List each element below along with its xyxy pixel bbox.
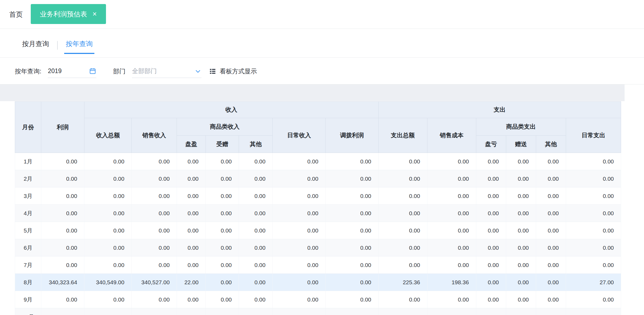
value-cell: 0.00 <box>239 153 273 170</box>
year-input[interactable]: 2019 <box>48 64 96 78</box>
board-display-toggle[interactable]: 看板方式显示 <box>209 67 257 76</box>
table-row[interactable]: 4月0.000.000.000.000.000.000.000.000.000.… <box>15 205 621 222</box>
year-value: 2019 <box>48 67 61 75</box>
value-cell: 0.00 <box>378 170 427 187</box>
month-cell: 2月 <box>15 170 41 187</box>
value-cell: 0.00 <box>536 222 566 239</box>
background-band <box>0 84 625 101</box>
value-cell: 0.00 <box>239 187 273 205</box>
chevron-down-icon[interactable] <box>194 68 201 75</box>
value-cell: 0.00 <box>476 170 506 187</box>
value-cell: 0.00 <box>506 222 536 239</box>
header-surplus: 盘盈 <box>177 136 206 153</box>
value-cell: 0.00 <box>239 205 273 222</box>
value-cell: 0.00 <box>206 256 239 274</box>
value-cell: 0.00 <box>536 308 566 315</box>
month-cell: 4月 <box>15 205 41 222</box>
value-cell: 0.00 <box>476 205 506 222</box>
value-cell: 340,323.64 <box>41 274 84 291</box>
subtab-month-query[interactable]: 按月查询 <box>20 36 51 54</box>
value-cell: 0.00 <box>506 205 536 222</box>
month-cell: 9月 <box>15 291 41 308</box>
value-cell: 0.00 <box>177 205 206 222</box>
table-row[interactable]: 1月0.000.000.000.000.000.000.000.000.000.… <box>15 153 621 170</box>
subtab-year-query[interactable]: 按年查询 <box>64 36 94 54</box>
value-cell: 0.00 <box>177 291 206 308</box>
value-cell: 0.00 <box>206 222 239 239</box>
value-cell: 150,805.55 <box>427 308 476 315</box>
value-cell: 0.00 <box>566 153 621 170</box>
value-cell: 0.00 <box>326 256 378 274</box>
tab-active[interactable]: 业务利润预估表 × <box>31 4 106 24</box>
value-cell: 0.00 <box>476 274 506 291</box>
table-row[interactable]: 7月0.000.000.000.000.000.000.000.000.000.… <box>15 256 621 274</box>
value-cell: 0.00 <box>566 308 621 315</box>
value-cell: 0.00 <box>378 291 427 308</box>
month-cell: 7月 <box>15 256 41 274</box>
subtab-bar: 按月查询 按年查询 <box>20 36 94 54</box>
value-cell: 0.00 <box>206 205 239 222</box>
board-toggle-label: 看板方式显示 <box>220 67 257 76</box>
value-cell: 0.00 <box>378 222 427 239</box>
header-transfer-profit: 调拨利润 <box>326 118 378 153</box>
value-cell: 0.00 <box>239 222 273 239</box>
value-cell: 0.00 <box>273 256 326 274</box>
value-cell: 0.00 <box>177 222 206 239</box>
header-income-group: 收入 <box>84 102 378 118</box>
value-cell: 0.00 <box>476 187 506 205</box>
table-row[interactable]: 9月0.000.000.000.000.000.000.000.000.000.… <box>15 291 621 308</box>
value-cell: 0.00 <box>177 187 206 205</box>
tab-home[interactable]: 首页 <box>9 0 23 29</box>
table-row[interactable]: 5月0.000.000.000.000.000.000.000.000.000.… <box>15 222 621 239</box>
value-cell: 0.00 <box>506 274 536 291</box>
value-cell: 0.00 <box>84 205 132 222</box>
table-header: 月份 利润 收入 支出 收入总额 销售收入 商品类收入 日常收入 调拨利润 支出… <box>15 102 621 153</box>
profit-table: 月份 利润 收入 支出 收入总额 销售收入 商品类收入 日常收入 调拨利润 支出… <box>15 101 621 315</box>
header-goods-expense-group: 商品类支出 <box>476 118 566 136</box>
table-row[interactable]: 10月0.45150,806.00150,806.000.000.000.000… <box>15 308 621 315</box>
value-cell: 0.00 <box>427 205 476 222</box>
value-cell: 0.00 <box>378 187 427 205</box>
value-cell: 0.00 <box>326 308 378 315</box>
value-cell: 0.00 <box>84 187 132 205</box>
value-cell: 0.00 <box>536 239 566 256</box>
value-cell: 0.00 <box>239 239 273 256</box>
value-cell: 0.00 <box>566 222 621 239</box>
value-cell: 0.00 <box>41 222 84 239</box>
value-cell: 0.00 <box>378 153 427 170</box>
value-cell: 0.00 <box>566 291 621 308</box>
header-expense-total: 支出总额 <box>378 118 427 153</box>
table-row[interactable]: 6月0.000.000.000.000.000.000.000.000.000.… <box>15 239 621 256</box>
month-cell: 8月 <box>15 274 41 291</box>
value-cell: 0.00 <box>239 308 273 315</box>
value-cell: 0.00 <box>273 170 326 187</box>
month-cell: 3月 <box>15 187 41 205</box>
calendar-icon[interactable] <box>89 67 96 75</box>
value-cell: 0.00 <box>536 274 566 291</box>
value-cell: 0.00 <box>566 239 621 256</box>
table-row[interactable]: 3月0.000.000.000.000.000.000.000.000.000.… <box>15 187 621 205</box>
value-cell: 0.00 <box>476 153 506 170</box>
value-cell: 0.00 <box>506 153 536 170</box>
value-cell: 0.00 <box>326 274 378 291</box>
value-cell: 0.00 <box>378 256 427 274</box>
value-cell: 0.00 <box>326 291 378 308</box>
value-cell: 0.00 <box>206 170 239 187</box>
value-cell: 0.00 <box>378 205 427 222</box>
value-cell: 22.00 <box>177 274 206 291</box>
header-donated: 受赠 <box>206 136 239 153</box>
value-cell: 0.00 <box>132 205 177 222</box>
value-cell: 0.00 <box>273 187 326 205</box>
value-cell: 0.00 <box>326 205 378 222</box>
value-cell: 0.00 <box>206 308 239 315</box>
value-cell: 0.00 <box>206 274 239 291</box>
table-row[interactable]: 2月0.000.000.000.000.000.000.000.000.000.… <box>15 170 621 187</box>
value-cell: 0.00 <box>239 291 273 308</box>
value-cell: 0.00 <box>476 291 506 308</box>
department-select[interactable]: 全部部门 <box>132 64 201 78</box>
table-row[interactable]: 8月340,323.64340,549.00340,527.0022.000.0… <box>15 274 621 291</box>
close-icon[interactable]: × <box>93 11 97 18</box>
value-cell: 0.00 <box>476 308 506 315</box>
value-cell: 0.00 <box>476 239 506 256</box>
value-cell: 0.00 <box>132 187 177 205</box>
